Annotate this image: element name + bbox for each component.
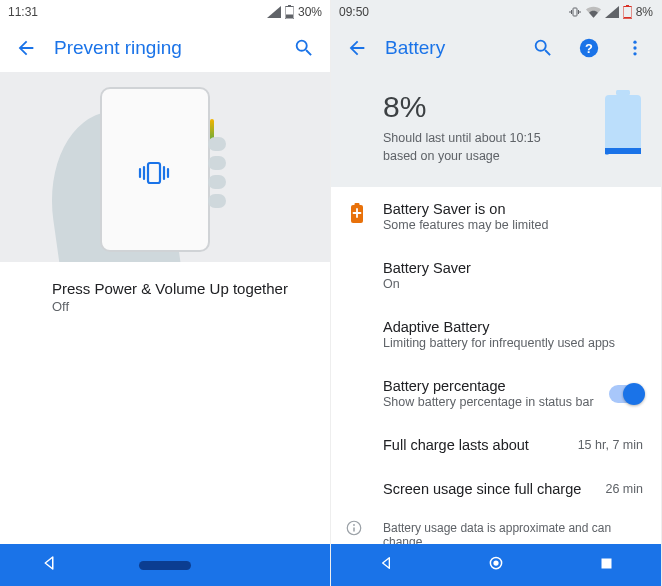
page-title: Prevent ringing: [54, 37, 276, 59]
svg-point-20: [353, 524, 355, 526]
search-button[interactable]: [525, 30, 561, 66]
arrow-back-icon: [346, 37, 368, 59]
status-time: 11:31: [8, 5, 38, 19]
nav-back-icon: [40, 554, 58, 572]
battery-summary: 8% Should last until about 10:15 based o…: [331, 72, 661, 187]
status-bar: 09:50 8%: [331, 0, 661, 24]
item-value: 26 min: [605, 482, 643, 496]
svg-rect-2: [286, 15, 293, 19]
svg-rect-6: [626, 5, 629, 7]
svg-rect-3: [148, 163, 160, 183]
battery-saver-notice[interactable]: Battery Saver is on Some features may be…: [331, 187, 661, 246]
svg-text:?: ?: [585, 41, 593, 56]
nav-back-icon: [378, 555, 394, 571]
back-button[interactable]: [339, 30, 375, 66]
item-subtitle: Limiting battery for infrequently used a…: [383, 336, 643, 350]
signal-icon: [605, 6, 619, 18]
item-title: Adaptive Battery: [383, 319, 643, 335]
battery-saver-icon: [345, 201, 369, 225]
fingers: [208, 137, 226, 208]
svg-rect-7: [624, 17, 631, 19]
nav-back-button[interactable]: [378, 555, 394, 575]
status-icons: 30%: [267, 5, 322, 19]
info-icon: [345, 519, 363, 540]
nav-back-button[interactable]: [40, 554, 58, 576]
screen-prevent-ringing: 11:31 30% Prevent ringing: [0, 0, 331, 586]
item-subtitle: Show battery percentage in status bar: [383, 395, 643, 409]
nav-home-pill[interactable]: [139, 561, 191, 570]
battery-icon: [623, 5, 632, 19]
back-button[interactable]: [8, 30, 44, 66]
svg-point-10: [633, 41, 636, 44]
signal-icon: [267, 6, 281, 18]
svg-rect-18: [355, 203, 360, 206]
full-charge-duration[interactable]: Full charge lasts about 15 hr, 7 min: [331, 423, 661, 467]
setting-title: Press Power & Volume Up together: [52, 280, 312, 297]
svg-point-23: [494, 560, 499, 565]
navigation-bar: [0, 544, 330, 586]
screen-battery: 09:50 8% Battery ? 8% Should last unti: [331, 0, 662, 586]
app-bar: Prevent ringing: [0, 24, 330, 72]
search-button[interactable]: [286, 30, 322, 66]
nav-recent-icon: [599, 556, 614, 571]
adaptive-battery[interactable]: Adaptive Battery Limiting battery for in…: [331, 305, 661, 364]
item-title: Battery Saver is on: [383, 201, 643, 217]
footer-note: Battery usage data is approximate and ca…: [331, 511, 661, 544]
help-button[interactable]: ?: [571, 30, 607, 66]
svg-rect-1: [288, 5, 291, 7]
arrow-back-icon: [15, 37, 37, 59]
content: Press Power & Volume Up together Off: [0, 72, 330, 544]
svg-rect-21: [353, 527, 355, 532]
wifi-icon: [586, 6, 601, 18]
status-battery-pct: 8%: [636, 5, 653, 19]
battery-percentage: 8%: [383, 90, 573, 124]
svg-rect-14: [605, 95, 641, 154]
svg-rect-24: [602, 558, 612, 568]
illustration: [0, 72, 330, 262]
status-bar: 11:31 30%: [0, 0, 330, 24]
item-title: Battery percentage: [383, 378, 643, 394]
shortcut-setting[interactable]: Press Power & Volume Up together Off: [0, 262, 330, 320]
search-icon: [293, 37, 315, 59]
footer-text: Battery usage data is approximate and ca…: [383, 521, 611, 544]
navigation-bar: [331, 544, 661, 586]
item-title: Screen usage since full charge: [383, 481, 643, 497]
battery-icon: [285, 5, 294, 19]
screen-usage[interactable]: Screen usage since full charge 26 min: [331, 467, 661, 511]
status-icons: 8%: [568, 5, 653, 19]
page-title: Battery: [385, 37, 515, 59]
status-time: 09:50: [339, 5, 369, 19]
more-vert-icon: [625, 38, 645, 58]
battery-large-icon: [603, 90, 643, 160]
vibrate-icon: [568, 6, 582, 18]
battery-estimate: Should last until about 10:15 based on y…: [383, 130, 573, 165]
item-value: 15 hr, 7 min: [578, 438, 643, 452]
vibrate-icon: [135, 160, 173, 190]
help-icon: ?: [578, 37, 600, 59]
search-icon: [532, 37, 554, 59]
overflow-button[interactable]: [617, 30, 653, 66]
content: 8% Should last until about 10:15 based o…: [331, 72, 661, 544]
toggle-switch[interactable]: [609, 385, 643, 403]
svg-point-11: [633, 46, 636, 49]
svg-rect-16: [605, 150, 641, 154]
battery-saver[interactable]: Battery Saver On: [331, 246, 661, 305]
item-title: Battery Saver: [383, 260, 643, 276]
item-subtitle: Some features may be limited: [383, 218, 643, 232]
item-subtitle: On: [383, 277, 643, 291]
setting-subtitle: Off: [52, 299, 312, 314]
nav-home-icon: [487, 554, 505, 572]
svg-rect-13: [616, 90, 630, 95]
svg-point-12: [633, 52, 636, 55]
svg-rect-4: [573, 8, 577, 16]
nav-home-button[interactable]: [487, 554, 505, 576]
battery-percentage-toggle[interactable]: Battery percentage Show battery percenta…: [331, 364, 661, 423]
app-bar: Battery ?: [331, 24, 661, 72]
status-battery-pct: 30%: [298, 5, 322, 19]
settings-list: Battery Saver is on Some features may be…: [331, 187, 661, 544]
nav-recent-button[interactable]: [599, 556, 614, 575]
